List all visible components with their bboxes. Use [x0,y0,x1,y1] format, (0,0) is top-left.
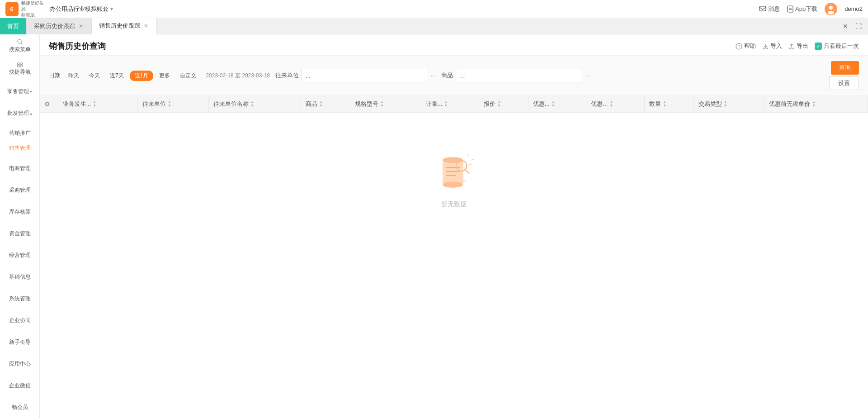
table-header-row: ⚙ 业务发生... ▲▼ 往来单位 ▲▼ [40,96,868,113]
main-layout: 搜索菜单 快捷导航 零售管理 ▾ 批发管理 ▴ 营销推广 销售管理 [0,34,868,418]
only-last-checkbox[interactable]: ✓ 只看最后一次 [815,42,859,50]
sidebar-item-sales-mgmt[interactable]: 销售管理 [4,141,36,156]
sidebar-item-basic[interactable]: 基础信息 [0,266,39,288]
sidebar-item-ecommerce[interactable]: 电商管理 [0,157,39,179]
tab-sales-label: 销售历史价跟踪 [99,22,140,30]
date-filter-group: 日期 昨天 今天 近7天 近1月 更多 自定义 2023-02-18 至 202… [49,71,270,81]
empty-text: 暂无数据 [441,200,467,209]
svg-point-22 [443,182,463,188]
svg-point-9 [18,40,21,43]
sidebar-label-inventory: 库存核算 [9,208,31,216]
tab-close-all-icon[interactable]: ✕ [841,21,850,32]
logo-icon: 6 [5,2,19,16]
import-btn[interactable]: 导入 [762,42,782,50]
sidebar-item-system[interactable]: 系统管理 [0,288,39,309]
th-discount1[interactable]: 优惠... ▲▼ [528,96,586,113]
date-7days-btn[interactable]: 近7天 [106,71,128,81]
sidebar-item-operation[interactable]: 经营管理 [0,244,39,266]
th-quote[interactable]: 报价 ▲▼ [479,96,528,113]
svg-rect-2 [760,6,766,11]
svg-text:6: 6 [10,6,14,13]
date-filter-btns: 昨天 今天 近7天 近1月 更多 自定义 [64,71,200,81]
sidebar-label-purchase: 采购管理 [9,186,31,194]
dropdown-arrow-icon[interactable]: ▾ [110,6,113,12]
date-custom-btn[interactable]: 自定义 [176,71,200,81]
shortcut-icon [16,62,24,67]
settings-button[interactable]: 设置 [829,76,859,90]
svg-line-10 [21,43,22,44]
table-settings-gear-icon[interactable]: ⚙ [44,100,50,108]
page-header: 销售历史价查询 ? 帮助 导入 [40,34,868,56]
sidebar-label-app-center: 应用中心 [9,360,31,368]
sidebar-label-wechat: 企业微信 [9,382,31,390]
th-product[interactable]: 商品 ▲▼ [301,96,350,113]
help-btn[interactable]: ? 帮助 [736,42,756,50]
sidebar-item-shortcut[interactable]: 快捷导航 [0,58,39,81]
sidebar-label-member: 畅会员 [12,404,28,411]
sort-icon: ▲▼ [444,100,448,108]
partner-lookup-icon[interactable]: ··· [431,72,436,79]
sidebar-item-retail[interactable]: 零售管理 ▾ [0,81,39,102]
th-unit[interactable]: 计量... ▲▼ [421,96,479,113]
svg-rect-14 [20,65,22,67]
sidebar-item-member[interactable]: 畅会员 [0,396,39,418]
sidebar-item-enterprise[interactable]: 企业协同 [0,309,39,331]
th-spec[interactable]: 规格型号 ▲▼ [350,96,421,113]
th-partner-code[interactable]: 往来单位 ▲▼ [138,96,209,113]
product-lookup-icon[interactable]: ··· [585,72,590,79]
sidebar-item-wechat[interactable]: 企业微信 [0,375,39,396]
user-name[interactable]: demo2 [844,5,863,12]
wholesale-submenu: 营销推广 销售管理 [0,124,39,157]
tab-home[interactable]: 首页 [0,18,27,34]
tab-sales-history[interactable]: 销售历史价跟踪 ✕ [92,18,157,34]
tab-purchase-close-icon[interactable]: ✕ [78,23,84,29]
sidebar-item-wholesale[interactable]: 批发管理 ▴ [0,102,39,124]
message-btn[interactable]: 消息 [759,5,780,13]
sidebar-item-guide[interactable]: 新手引导 [0,331,39,353]
sidebar-label-retail: 零售管理 [7,88,29,95]
sidebar-label-ecommerce: 电商管理 [9,165,31,172]
export-btn[interactable]: 导出 [788,42,808,50]
tab-maximize-icon[interactable]: ⛶ [854,21,863,32]
sidebar-item-marketing[interactable]: 营销推广 [4,126,36,141]
sidebar-item-app-center[interactable]: 应用中心 [0,353,39,375]
th-trade-type[interactable]: 交易类型 ▲▼ [693,96,764,113]
empty-illustration [431,149,476,194]
date-range-display: 2023-02-18 至 2023-03-18 [206,72,269,80]
sidebar-item-finance[interactable]: 资金管理 [0,223,39,244]
sidebar: 搜索菜单 快捷导航 零售管理 ▾ 批发管理 ▴ 营销推广 销售管理 [0,34,40,418]
chevron-down-icon: ▾ [30,89,32,94]
th-biz-date[interactable]: 业务发生... ▲▼ [58,96,138,113]
date-yesterday-btn[interactable]: 昨天 [64,71,83,81]
sidebar-label-guide: 新手引导 [9,338,31,346]
sidebar-item-inventory[interactable]: 库存核算 [0,201,39,223]
query-button[interactable]: 查询 [831,61,859,75]
th-partner-name[interactable]: 往来单位名称 ▲▼ [208,96,301,113]
th-pre-tax[interactable]: 优惠前无税单价 ▲▼ [764,96,868,113]
svg-line-29 [471,159,473,160]
th-settings: ⚙ [40,96,58,113]
app-download-btn[interactable]: App下载 [787,5,817,13]
sidebar-item-purchase[interactable]: 采购管理 [0,179,39,201]
svg-rect-13 [17,65,19,67]
th-qty[interactable]: 数量 ▲▼ [645,96,694,113]
svg-rect-20 [443,160,463,185]
svg-rect-3 [788,6,793,12]
tab-purchase-history[interactable]: 采购历史价跟踪 ✕ [27,18,92,34]
top-bar-right: 消息 App下载 demo2 [759,3,863,15]
date-today-btn[interactable]: 今天 [85,71,104,81]
search-bar: 日期 昨天 今天 近7天 近1月 更多 自定义 2023-02-18 至 202… [40,56,868,96]
sidebar-item-search[interactable]: 搜索菜单 [0,34,39,58]
date-1month-btn[interactable]: 近1月 [130,71,154,81]
product-input[interactable] [456,69,582,82]
data-table: ⚙ 业务发生... ▲▼ 往来单位 ▲▼ [40,96,868,245]
sidebar-label-basic: 基础信息 [9,273,31,281]
sidebar-label-system: 系统管理 [9,295,31,303]
date-more-btn[interactable]: 更多 [155,71,174,81]
date-label: 日期 [49,71,61,80]
th-discount2[interactable]: 优惠... ▲▼ [586,96,645,113]
product-search-group: 商品 ··· [441,69,590,82]
partner-input[interactable] [302,69,428,82]
tab-sales-close-icon[interactable]: ✕ [143,23,149,29]
help-icon: ? [736,43,742,50]
